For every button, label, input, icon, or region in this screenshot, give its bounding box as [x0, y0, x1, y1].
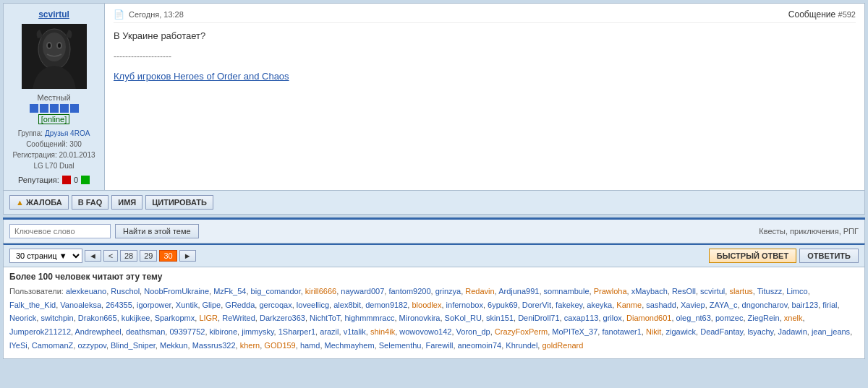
reader-link[interactable]: hamd — [300, 341, 320, 350]
reader-link[interactable]: alexkeuano — [66, 287, 106, 296]
reader-link[interactable]: Kanme — [616, 301, 642, 309]
search-input[interactable] — [9, 224, 111, 238]
reader-link[interactable]: GOD159 — [264, 341, 295, 350]
reader-link[interactable]: Jadawin — [778, 327, 807, 336]
reader-link[interactable]: MoPITeX_37 — [552, 327, 597, 336]
reader-link[interactable]: 264355 — [106, 301, 132, 309]
reader-link[interactable]: Xuntik — [176, 301, 198, 309]
name-button[interactable]: ИМЯ — [111, 195, 142, 210]
reader-link[interactable]: CamomanZ — [32, 341, 73, 350]
reader-link[interactable]: lsyachy — [747, 327, 773, 336]
reader-link[interactable]: caxap113 — [564, 314, 599, 322]
reader-link[interactable]: aneomoin74 — [458, 341, 502, 350]
page-30-btn[interactable]: 30 — [159, 250, 176, 262]
complaint-button[interactable]: ▲ ЖАЛОБА — [9, 195, 69, 210]
reader-link[interactable]: Ardjuna991 — [498, 287, 539, 296]
fast-reply-button[interactable]: БЫСТРЫЙ ОТВЕТ — [709, 249, 796, 263]
reply-button[interactable]: ОТВЕТИТЬ — [799, 249, 859, 263]
reader-link[interactable]: Diamond601 — [626, 314, 671, 322]
reader-link[interactable]: SoKol_RU — [445, 314, 482, 322]
reader-link[interactable]: Mekkun — [160, 341, 188, 350]
reader-link[interactable]: NichtToT — [310, 314, 340, 322]
reader-link[interactable]: Farewill — [426, 341, 454, 350]
reader-link[interactable]: Mechmayhem — [325, 341, 375, 350]
reader-link[interactable]: 09397752 — [169, 327, 205, 336]
reader-link[interactable]: slartus — [729, 287, 752, 296]
reader-link[interactable]: Drakon665 — [78, 314, 117, 322]
reader-link[interactable]: kibirone — [210, 327, 238, 336]
reader-link[interactable]: NoobFromUkraine — [144, 287, 209, 296]
reader-link[interactable]: sashadd — [646, 301, 676, 309]
search-button[interactable]: Найти в этой теме — [115, 224, 199, 238]
reader-link[interactable]: Voron_dp — [456, 327, 490, 336]
reader-link[interactable]: big_comandor — [251, 287, 301, 296]
reader-link[interactable]: kukijkee — [122, 314, 150, 322]
reader-link[interactable]: GRedda — [225, 301, 255, 309]
reader-link[interactable]: shin4ik — [370, 327, 395, 336]
page-28-btn[interactable]: 28 — [120, 250, 137, 262]
reader-link[interactable]: switchpin — [41, 314, 73, 322]
reader-link[interactable]: arazil — [320, 327, 339, 336]
reader-link[interactable]: Andrewpheel — [75, 327, 122, 336]
reader-link[interactable]: ResOll — [672, 287, 696, 296]
reader-link[interactable]: ZAYA_c — [710, 301, 738, 309]
page-29-btn[interactable]: 29 — [140, 250, 157, 262]
club-link[interactable]: Клуб игроков Heroes of Order and Chaos — [114, 71, 289, 82]
reader-link[interactable]: v1talik — [344, 327, 366, 336]
reader-link[interactable]: CrazyFoxPerm — [495, 327, 548, 336]
reader-link[interactable]: gercoqax — [259, 301, 292, 309]
reader-link[interactable]: MzFk_54 — [213, 287, 246, 296]
reader-link[interactable]: LIGR — [199, 314, 218, 322]
reader-link[interactable]: somnambule — [544, 287, 590, 296]
reader-link[interactable]: khern — [240, 341, 260, 350]
reader-link[interactable]: jean_jeans — [812, 327, 850, 336]
reader-link[interactable]: Khrundel — [506, 341, 537, 350]
reader-link[interactable]: bair123 — [792, 301, 819, 309]
reader-link[interactable]: goldRenard — [542, 341, 583, 350]
reader-link[interactable]: deathsman — [126, 327, 165, 336]
reader-link[interactable]: xMaybach — [631, 287, 668, 296]
reader-link[interactable]: scvirtul — [700, 287, 725, 296]
reader-link[interactable]: Falk_the_Kid — [9, 301, 56, 309]
reader-link[interactable]: Ruschol — [111, 287, 140, 296]
reader-link[interactable]: infernobox — [446, 301, 483, 309]
reader-link[interactable]: 1Sharper1 — [278, 327, 315, 336]
reader-link[interactable]: nayward007 — [341, 287, 384, 296]
reader-link[interactable]: xnelk — [784, 314, 803, 322]
reader-link[interactable]: Redavin — [465, 287, 494, 296]
reader-link[interactable]: DeniDroll71 — [518, 314, 559, 322]
reader-link[interactable]: ozzypov — [77, 341, 106, 350]
reader-link[interactable]: zigawick — [665, 327, 696, 336]
reader-link[interactable]: grinzya — [435, 287, 461, 296]
reader-link[interactable]: lYeSi — [9, 341, 27, 350]
reader-link[interactable]: alex8bit — [333, 301, 361, 309]
reader-link[interactable]: ZiegRein — [748, 314, 780, 322]
rep-plus-icon[interactable] — [81, 176, 90, 184]
reader-link[interactable]: ReWrited — [222, 314, 255, 322]
username-link[interactable]: scvirtul — [38, 9, 69, 20]
reader-link[interactable]: highmmmracc — [344, 314, 394, 322]
faq-button[interactable]: В FAQ — [72, 195, 109, 210]
reader-link[interactable]: Limco — [786, 287, 807, 296]
reader-link[interactable]: loveellicg — [297, 301, 329, 309]
reader-link[interactable]: Mironovkira — [399, 314, 441, 322]
reader-link[interactable]: akeyka — [587, 301, 612, 309]
group-value[interactable]: Друзья 4ROA — [45, 129, 90, 137]
reader-link[interactable]: DorerVit — [522, 301, 551, 309]
reader-link[interactable]: Nikit — [646, 327, 661, 336]
message-number-link[interactable]: #592 — [838, 10, 856, 19]
reader-link[interactable]: firial — [822, 301, 837, 309]
reader-link[interactable]: demon9182 — [365, 301, 407, 309]
reader-link[interactable]: Neorick — [9, 314, 36, 322]
reader-link[interactable]: wowovowo142 — [399, 327, 451, 336]
quote-button[interactable]: ЦИТИРОВАТЬ — [145, 195, 213, 210]
reader-link[interactable]: bloodlex — [412, 301, 441, 309]
reader-link[interactable]: Darkzero363 — [260, 314, 305, 322]
reader-link[interactable]: Tituszz — [757, 287, 782, 296]
page-prev-btn[interactable]: < — [103, 250, 118, 262]
page-next-btn[interactable]: ► — [179, 250, 196, 262]
reader-link[interactable]: DeadFantay — [700, 327, 743, 336]
reader-link[interactable]: pomzec — [715, 314, 744, 322]
reader-link[interactable]: Sparkopmx — [155, 314, 195, 322]
reader-link[interactable]: grilox — [603, 314, 622, 322]
